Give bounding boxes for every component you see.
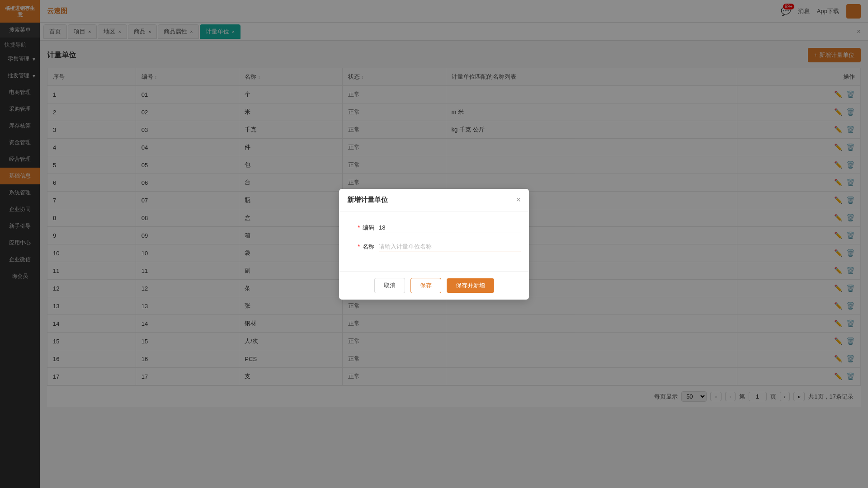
required-mark2: * [358, 243, 360, 250]
code-label: * 编码 [347, 224, 374, 232]
form-row-name: * 名称 [347, 241, 521, 252]
modal-overlay[interactable]: 新增计量单位 × * 编码 * 名称 取消 保存 保存并新增 [0, 0, 868, 488]
modal-body: * 编码 * 名称 [339, 211, 529, 271]
save-add-button[interactable]: 保存并新增 [447, 278, 494, 293]
name-label: * 名称 [347, 243, 374, 251]
save-button[interactable]: 保存 [410, 278, 441, 293]
required-mark: * [358, 224, 360, 231]
modal-close-button[interactable]: × [516, 195, 521, 205]
add-unit-modal: 新增计量单位 × * 编码 * 名称 取消 保存 保存并新增 [339, 189, 529, 300]
modal-footer: 取消 保存 保存并新增 [339, 271, 529, 300]
modal-title: 新增计量单位 [347, 196, 388, 204]
code-input[interactable] [379, 222, 521, 233]
name-input[interactable] [379, 241, 521, 252]
form-row-code: * 编码 [347, 222, 521, 233]
cancel-button[interactable]: 取消 [374, 278, 405, 293]
modal-header: 新增计量单位 × [339, 189, 529, 211]
